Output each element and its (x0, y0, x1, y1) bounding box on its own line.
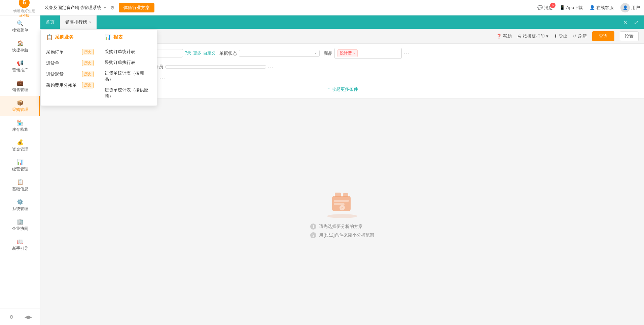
menu-item-inbound-by-goods[interactable]: 进货单统计表（按商品） (105, 68, 152, 85)
menu-item-expense[interactable]: 采购费用分摊单 历史 (46, 80, 94, 91)
menu-item-inbound-by-supplier[interactable]: 进货单统计表（按供应商） (105, 85, 152, 101)
tab-close-all-btn[interactable]: ✕ (621, 18, 629, 26)
purchase-section: 📋 采购业务 采购订单 历史 进货单 历史 进货退货 历史 采购费用分摊单 (41, 34, 99, 101)
sidebar-bottom: ⚙ ◀▶ (0, 309, 40, 325)
shortcut-more[interactable]: 更多 (193, 50, 201, 56)
logo-subtitle: 畅通通好生意 (13, 8, 35, 13)
sidebar-item-search[interactable]: 🔍 搜索菜单 (0, 17, 40, 37)
menu-item-order-stat-label: 采购订单统计表 (105, 49, 135, 55)
svg-point-0 (327, 214, 357, 218)
industry-button[interactable]: 体验行业方案 (119, 3, 154, 12)
purchase-section-title: 📋 采购业务 (46, 34, 94, 42)
goods-label: 商品 (324, 50, 332, 56)
content-area: 首页 销售排行榜 × ✕ ⤢ ❓ 帮助 🖨 按模板打印 (40, 15, 644, 325)
sales-icon: 💼 (17, 80, 24, 86)
salesman-more-dots[interactable]: ··· (268, 64, 274, 70)
sidebar-item-operations[interactable]: 📊 经营管理 (0, 156, 40, 175)
voucher-status-filter: 单据状态 ▾ (219, 50, 320, 57)
svg-rect-3 (343, 193, 348, 197)
customer-more-dots[interactable]: ··· (159, 75, 166, 81)
history-tag-2: 历史 (82, 60, 94, 66)
logo-icon: 6 (19, 0, 30, 8)
voucher-status-label: 单据状态 (219, 50, 237, 56)
tip-num-1: 1 (310, 224, 316, 230)
sidebar-item-finance[interactable]: 💰 资金管理 (0, 136, 40, 156)
menu-item-purchase-order[interactable]: 采购订单 历史 (46, 46, 94, 57)
goods-tag-text: 设计费 (340, 50, 352, 56)
collapse-sidebar-btn[interactable]: ◀▶ (24, 312, 33, 322)
headset-icon: 👤 (589, 5, 595, 10)
guide-icon: 📖 (17, 238, 24, 245)
empty-illustration: ? (322, 186, 362, 219)
inventory-icon: 🏪 (17, 119, 24, 126)
tab-sales-ranking[interactable]: 销售排行榜 × (60, 15, 97, 29)
sidebar-item-enterprise[interactable]: 🏢 企业协同 (0, 215, 40, 235)
sidebar-item-quick-nav[interactable]: 🏠 快捷导航 (0, 37, 40, 56)
sidebar-item-basic-info[interactable]: 📋 基础信息 (0, 175, 40, 195)
goods-tag: 设计费 × (337, 49, 358, 57)
export-icon: ⬇ (554, 34, 558, 39)
goods-control[interactable]: 设计费 × (334, 48, 402, 59)
svg-rect-4 (334, 200, 349, 202)
app-download-item[interactable]: 📱 App下载 (560, 5, 583, 11)
sidebar-item-system[interactable]: ⚙️ 系统管理 (0, 195, 40, 215)
menu-item-order-exec[interactable]: 采购订单执行表 (105, 57, 152, 68)
top-right: 💬 消息 6 📱 App下载 👤 在线客服 👤 用户 (537, 3, 640, 12)
print-btn[interactable]: 🖨 按模板打印 ▾ (517, 33, 548, 39)
export-btn[interactable]: ⬇ 导出 (554, 33, 568, 39)
menu-item-inbound[interactable]: 进货单 历史 (46, 57, 94, 69)
avatar: 👤 (620, 3, 630, 12)
refresh-btn[interactable]: ↺ 刷新 (573, 33, 587, 39)
collapse-arrow-icon: ⌃ (327, 87, 330, 92)
system-title: 装备及固定资产辅助管理系统 (44, 5, 101, 11)
salesman-control[interactable] (165, 65, 266, 69)
tab-close-icon[interactable]: × (89, 20, 91, 24)
history-tag-3: 历史 (82, 71, 94, 77)
shortcut-custom[interactable]: 自定义 (203, 50, 215, 56)
svg-text:?: ? (341, 206, 343, 210)
shortcut-7days[interactable]: 7天 (185, 50, 191, 56)
tab-bar: 首页 销售排行榜 × ✕ ⤢ (40, 15, 644, 29)
tab-bar-actions: ✕ ⤢ (621, 18, 644, 26)
refresh-label: 刷新 (578, 33, 587, 39)
logo-badge: 标准版 (19, 13, 29, 18)
notification-badge: 6 (550, 3, 556, 8)
query-button[interactable]: 查询 (592, 31, 614, 41)
help-btn[interactable]: ❓ 帮助 (496, 33, 512, 39)
main-layout: 🔍 搜索菜单 🏠 快捷导航 📢 营销推广 💼 销售管理 📦 采购管理 🏪 库存核… (0, 15, 644, 325)
menu-item-expense-label: 采购费用分摊单 (46, 82, 77, 88)
sidebar-item-guide[interactable]: 📖 新手引导 (0, 235, 40, 255)
operations-icon: 📊 (17, 159, 24, 165)
home-icon: 🏠 (17, 40, 24, 46)
tab-sales-ranking-label: 销售排行榜 (65, 19, 87, 25)
sidebar-item-purchase[interactable]: 📦 采购管理 (0, 96, 40, 116)
gear-icon[interactable]: ⚙ (109, 4, 116, 11)
logo-area: 6 畅通通好生意 标准版 (4, 0, 44, 18)
sidebar: 🔍 搜索菜单 🏠 快捷导航 📢 营销推广 💼 销售管理 📦 采购管理 🏪 库存核… (0, 15, 40, 325)
empty-tip-1: 1 请先选择要分析的方案 (310, 224, 374, 230)
goods-more-dots[interactable]: ··· (404, 51, 410, 56)
settings-bottom-btn[interactable]: ⚙ (7, 312, 16, 322)
user-item[interactable]: 👤 用户 (620, 3, 640, 12)
menu-item-return[interactable]: 进货退货 历史 (46, 69, 94, 80)
marketing-icon: 📢 (17, 60, 24, 66)
voucher-status-control[interactable]: ▾ (239, 50, 320, 57)
search-icon: 🔍 (17, 20, 24, 27)
menu-item-purchase-order-label: 采购订单 (46, 49, 64, 55)
sidebar-item-marketing[interactable]: 📢 营销推广 (0, 56, 40, 76)
print-dropdown-arrow[interactable]: ▾ (546, 34, 548, 39)
system-dropdown-arrow[interactable]: ▾ (104, 5, 106, 10)
tip-num-2: 2 (310, 232, 316, 238)
menu-item-order-stat[interactable]: 采购订单统计表 (105, 46, 152, 57)
settings-button[interactable]: 设置 (620, 31, 639, 41)
history-tag-4: 历史 (82, 82, 94, 88)
purchase-dropdown-menu: 📋 采购业务 采购订单 历史 进货单 历史 进货退货 历史 采购费用分摊单 (40, 30, 157, 106)
notification-item[interactable]: 💬 消息 6 (537, 5, 553, 11)
goods-tag-close[interactable]: × (353, 51, 355, 55)
purchase-icon: 📦 (17, 99, 24, 106)
tab-fullscreen-btn[interactable]: ⤢ (632, 18, 640, 26)
sidebar-item-sales[interactable]: 💼 销售管理 (0, 76, 40, 96)
sidebar-item-inventory[interactable]: 🏪 库存核算 (0, 116, 40, 136)
online-service-item[interactable]: 👤 在线客服 (589, 5, 614, 11)
print-icon: 🖨 (517, 34, 522, 39)
